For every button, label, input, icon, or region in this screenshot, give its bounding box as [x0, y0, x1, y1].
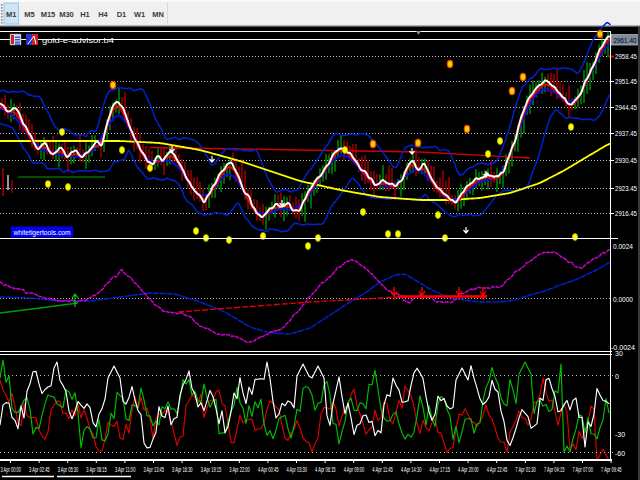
svg-text:3 Apr 19:15: 3 Apr 19:15: [201, 466, 222, 474]
svg-text:M1: M1: [6, 10, 16, 19]
svg-text:M15: M15: [41, 10, 56, 19]
svg-text:2930.45: 2930.45: [615, 156, 637, 165]
svg-text:0.0024: 0.0024: [613, 242, 633, 251]
svg-text:4 Apr 09:00: 4 Apr 09:00: [344, 466, 365, 474]
svg-text:whitetigertools.com: whitetigertools.com: [12, 229, 70, 237]
svg-text:M5: M5: [24, 10, 34, 19]
svg-text:2944.45: 2944.45: [615, 103, 637, 112]
svg-text:0.0000: 0.0000: [613, 295, 633, 304]
svg-text:H4: H4: [98, 10, 108, 19]
svg-text:W1: W1: [134, 10, 145, 19]
svg-text:-60: -60: [615, 450, 625, 457]
svg-text:4 Apr 17:15: 4 Apr 17:15: [430, 466, 451, 474]
svg-text:MN: MN: [152, 10, 164, 19]
svg-text:7 Apr 04:15: 7 Apr 04:15: [544, 466, 565, 474]
svg-text:2958.45: 2958.45: [615, 52, 637, 61]
svg-text:7 Apr 07:00: 7 Apr 07:00: [573, 466, 594, 474]
svg-text:M30: M30: [59, 10, 74, 19]
svg-text:3 Apr 08:15: 3 Apr 08:15: [86, 466, 107, 474]
svg-text:0: 0: [615, 373, 619, 380]
svg-text:-30: -30: [615, 431, 625, 438]
svg-text:4 Apr 11:45: 4 Apr 11:45: [372, 466, 393, 474]
svg-text:2961.40: 2961.40: [614, 36, 637, 45]
svg-text:3 Apr 00:00: 3 Apr 00:00: [1, 466, 22, 474]
svg-text:gold-e-advisor.b4: gold-e-advisor.b4: [42, 36, 114, 45]
svg-text:4 Apr 20:00: 4 Apr 20:00: [458, 466, 479, 474]
svg-text:4 Apr 03:30: 4 Apr 03:30: [287, 466, 308, 474]
svg-text:4 Apr 00:45: 4 Apr 00:45: [258, 466, 279, 474]
svg-text:3 Apr 22:00: 3 Apr 22:00: [229, 466, 250, 474]
svg-text:2916.45: 2916.45: [615, 209, 637, 218]
svg-text:3 Apr 13:45: 3 Apr 13:45: [144, 466, 165, 474]
svg-text:2951.45: 2951.45: [615, 77, 637, 86]
svg-text:3 Apr 05:30: 3 Apr 05:30: [58, 466, 79, 474]
svg-text:4 Apr 14:30: 4 Apr 14:30: [401, 466, 422, 474]
svg-text:7 Apr 01:30: 7 Apr 01:30: [515, 466, 536, 474]
svg-text:4 Apr 22:45: 4 Apr 22:45: [487, 466, 508, 474]
svg-text:3 Apr 02:45: 3 Apr 02:45: [29, 466, 50, 474]
svg-text:H1: H1: [80, 10, 90, 19]
svg-text:3 Apr 16:30: 3 Apr 16:30: [172, 466, 193, 474]
svg-text:3 Apr 11:00: 3 Apr 11:00: [115, 466, 136, 474]
svg-text:2937.45: 2937.45: [615, 129, 637, 138]
svg-text:7 Apr 09:45: 7 Apr 09:45: [601, 466, 622, 474]
svg-text:30: 30: [615, 350, 623, 357]
svg-text:4 Apr 06:15: 4 Apr 06:15: [315, 466, 336, 474]
svg-text:2923.45: 2923.45: [615, 184, 637, 193]
svg-text:D1: D1: [117, 10, 127, 19]
